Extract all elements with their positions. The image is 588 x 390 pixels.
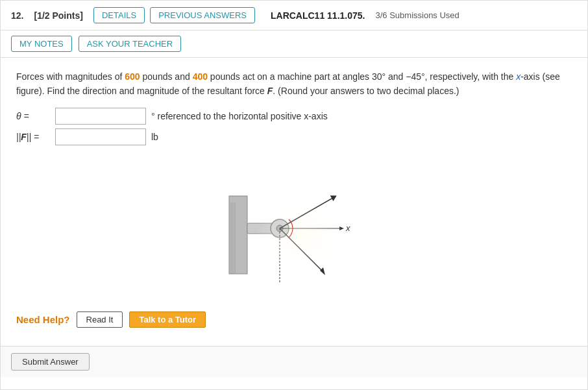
theta-unit: ° referenced to the horizontal positive … bbox=[151, 111, 328, 121]
top-bar: 12. [1/2 Points] DETAILS PREVIOUS ANSWER… bbox=[1, 1, 587, 30]
submissions-used: 3/6 Submissions Used bbox=[375, 10, 459, 20]
figure-container: x bbox=[16, 157, 572, 300]
svg-marker-14 bbox=[320, 267, 325, 275]
svg-rect-0 bbox=[229, 196, 247, 274]
need-help-label: Need Help? bbox=[16, 314, 70, 325]
figure-svg: x bbox=[210, 157, 378, 300]
ask-teacher-button[interactable]: ASK YOUR TEACHER bbox=[79, 36, 181, 52]
need-help-row: Need Help? Read It Talk to a Tutor bbox=[16, 311, 572, 328]
force-label: ||F|| = bbox=[16, 132, 55, 142]
my-notes-button[interactable]: MY NOTES bbox=[11, 36, 72, 52]
points-label: [1/2 Points] bbox=[34, 10, 82, 21]
value-600: 600 bbox=[125, 71, 140, 82]
submit-answer-button[interactable]: Submit Answer bbox=[11, 353, 90, 371]
talk-to-tutor-button[interactable]: Talk to a Tutor bbox=[129, 311, 206, 328]
secondary-bar: MY NOTES ASK YOUR TEACHER bbox=[1, 30, 587, 58]
svg-marker-12 bbox=[330, 195, 337, 201]
question-number: 12. bbox=[11, 10, 23, 21]
svg-point-15 bbox=[255, 199, 346, 271]
svg-text:x: x bbox=[345, 223, 350, 233]
problem-text-part1: Forces with magnitudes of bbox=[16, 71, 125, 82]
force-input-row: ||F|| = lb bbox=[16, 128, 572, 145]
problem-text: Forces with magnitudes of 600 pounds and… bbox=[16, 69, 572, 99]
submit-bar: Submit Answer bbox=[1, 346, 587, 377]
page-container: 12. [1/2 Points] DETAILS PREVIOUS ANSWER… bbox=[0, 0, 588, 390]
force-input[interactable] bbox=[55, 128, 146, 145]
read-it-button[interactable]: Read It bbox=[77, 311, 123, 328]
force-unit: lb bbox=[151, 132, 158, 142]
content-area: Forces with magnitudes of 600 pounds and… bbox=[1, 58, 587, 346]
previous-answers-button[interactable]: PREVIOUS ANSWERS bbox=[150, 7, 255, 23]
value-400: 400 bbox=[193, 71, 208, 82]
problem-text-part2: pounds and bbox=[140, 71, 193, 82]
theta-label: θ = bbox=[16, 111, 55, 121]
problem-text-part3: pounds act on a machine part at angles 3… bbox=[208, 71, 516, 82]
problem-text-part5: . (Round your answers to two decimal pla… bbox=[273, 86, 459, 96]
details-button[interactable]: DETAILS bbox=[93, 7, 145, 23]
course-reference: LARCALC11 11.1.075. bbox=[271, 10, 365, 21]
theta-input-row: θ = ° referenced to the horizontal posit… bbox=[16, 108, 572, 125]
theta-input[interactable] bbox=[55, 108, 146, 125]
